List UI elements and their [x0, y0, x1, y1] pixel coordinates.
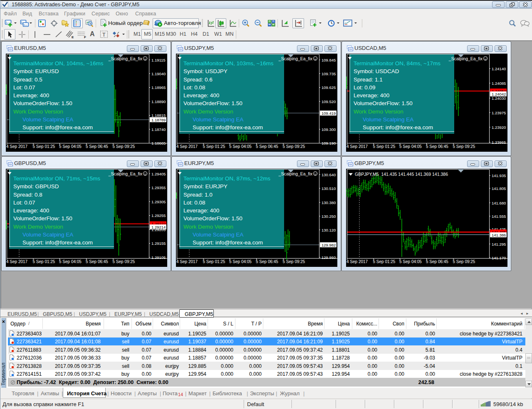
- svg-text:_Scalping_Ea_fix: _Scalping_Ea_fix: [278, 171, 313, 176]
- svg-text:Work Demo Version: Work Demo Version: [183, 224, 233, 230]
- svg-text:1.23865: 1.23865: [492, 140, 506, 145]
- svg-text:109.845: 109.845: [322, 58, 336, 62]
- svg-text:Work Demo Version: Work Demo Version: [13, 108, 63, 115]
- svg-text:5 Sep 01:25: 5 Sep 01:25: [33, 259, 55, 264]
- svg-text:TerminalMonitor ON, 87ms, ~12m: TerminalMonitor ON, 87ms, ~12ms: [183, 175, 270, 182]
- svg-text:Support: info@forex-ea.com: Support: info@forex-ea.com: [22, 239, 93, 246]
- svg-text:1.29355: 1.29355: [151, 185, 166, 190]
- svg-text:5 Sep 06:45: 5 Sep 06:45: [426, 144, 448, 149]
- svg-text:1.19115: 1.19115: [151, 58, 166, 62]
- svg-text:5 Sep 06:45: 5 Sep 06:45: [86, 144, 108, 149]
- svg-text:Spread: 1.0: Spread: 1.0: [183, 192, 213, 198]
- svg-text:5 Sep 04:05: 5 Sep 04:05: [59, 259, 82, 264]
- svg-text:F: F: [84, 35, 86, 39]
- svg-text:Support: info@forex-ea.com: Support: info@forex-ea.com: [193, 239, 263, 246]
- svg-text:1.24140: 1.24140: [492, 67, 506, 71]
- svg-text:4 Sep 2017: 4 Sep 2017: [176, 144, 198, 149]
- svg-text:109.300: 109.300: [322, 127, 336, 132]
- svg-text:Lot: 0.07: Lot: 0.07: [13, 200, 35, 206]
- svg-text:5 Sep 09:25: 5 Sep 09:25: [113, 144, 135, 149]
- svg-text:5 Sep 09:25: 5 Sep 09:25: [283, 259, 305, 264]
- svg-text:5 Sep 04:05: 5 Sep 04:05: [229, 259, 252, 264]
- svg-text:E: E: [72, 35, 74, 39]
- svg-text:109.520: 109.520: [322, 99, 336, 104]
- svg-text:5 Sep 09:25: 5 Sep 09:25: [113, 259, 135, 264]
- svg-text:5 Sep 01:25: 5 Sep 01:25: [373, 144, 396, 149]
- svg-text:1.18665: 1.18665: [151, 141, 166, 145]
- svg-text:1.24085: 1.24085: [492, 81, 506, 86]
- svg-text:129.982: 129.982: [322, 243, 336, 247]
- svg-text:4 Sep 2017: 4 Sep 2017: [6, 259, 28, 264]
- svg-text:Volume Scalping EA: Volume Scalping EA: [22, 116, 73, 123]
- svg-text:1.29105: 1.29105: [151, 255, 166, 260]
- svg-text:141.935: 141.935: [492, 173, 506, 178]
- svg-text:Lot: 0.08: Lot: 0.08: [183, 200, 205, 206]
- svg-text:5 Sep 06:45: 5 Sep 06:45: [256, 144, 278, 149]
- svg-text:Support: info@forex-ea.com: Support: info@forex-ea.com: [193, 124, 263, 131]
- svg-text:T: T: [102, 32, 106, 38]
- svg-text:Support: info@forex-ea.com: Support: info@forex-ea.com: [22, 124, 93, 131]
- svg-text:1.23975: 1.23975: [492, 111, 506, 115]
- svg-text:129.860: 129.860: [322, 255, 336, 260]
- svg-text:Volume Scalping EA: Volume Scalping EA: [193, 232, 243, 238]
- svg-text:5 Sep 06:45: 5 Sep 06:45: [256, 259, 278, 264]
- svg-text:141.386: 141.386: [492, 233, 506, 237]
- svg-text:4 Sep 2017: 4 Sep 2017: [6, 144, 28, 149]
- svg-text:141.680: 141.680: [492, 201, 506, 205]
- svg-text:Leverage: 400: Leverage: 400: [183, 207, 219, 214]
- svg-text:_Scalping_Ea_fix: _Scalping_Ea_fix: [278, 56, 313, 61]
- svg-text:1.18815: 1.18815: [151, 113, 166, 118]
- svg-text:_Scalping_Ea_fix: _Scalping_Ea_fix: [108, 171, 143, 176]
- svg-text:1.29155: 1.29155: [151, 241, 166, 246]
- svg-text:5 Sep 09:25: 5 Sep 09:25: [453, 144, 475, 149]
- svg-text:Volume Scalping EA: Volume Scalping EA: [363, 116, 413, 123]
- svg-text:Symbol: USDCAD: Symbol: USDCAD: [354, 68, 399, 74]
- svg-text:1.18890: 1.18890: [151, 99, 166, 104]
- svg-text:TerminalMonitor ON, 104ms, ~16: TerminalMonitor ON, 104ms, ~16ms: [13, 60, 104, 67]
- svg-text:1.19040: 1.19040: [151, 71, 166, 76]
- svg-text:Work Demo Version: Work Demo Version: [183, 108, 233, 115]
- svg-text:TerminalMonitor ON, 84ms, ~17m: TerminalMonitor ON, 84ms, ~17ms: [354, 60, 440, 67]
- svg-text:1.29214: 1.29214: [151, 225, 166, 229]
- svg-text:4 Sep 2017: 4 Sep 2017: [176, 259, 198, 264]
- svg-text:GBPJPY,M5 141.435 141.445 141: GBPJPY,M5 141.435 141.445 141.369 141.38…: [355, 172, 448, 177]
- svg-text:5 Sep 01:25: 5 Sep 01:25: [33, 144, 55, 149]
- svg-text:Symbol: USDJPY: Symbol: USDJPY: [183, 68, 228, 74]
- svg-text:Symbol: EURUSD: Symbol: EURUSD: [13, 68, 59, 74]
- svg-text:141.805: 141.805: [492, 186, 506, 191]
- svg-text:1.24042: 1.24042: [492, 92, 506, 96]
- svg-text:VolumeOrderFlow: 1.50: VolumeOrderFlow: 1.50: [13, 100, 72, 106]
- svg-text:5 Sep 04:05: 5 Sep 04:05: [399, 144, 422, 149]
- svg-text:Spread: 1.1: Spread: 1.1: [354, 76, 383, 83]
- svg-text:_Scalping_Ea_fix: _Scalping_Ea_fix: [108, 56, 143, 61]
- svg-text:Volume Scalping EA: Volume Scalping EA: [22, 232, 73, 238]
- svg-text:Leverage: 400: Leverage: 400: [13, 207, 49, 214]
- svg-text:Lot: 0.08: Lot: 0.08: [183, 84, 205, 91]
- svg-text:4 Sep 2017: 4 Sep 2017: [346, 259, 368, 264]
- svg-text:141.295: 141.295: [492, 242, 506, 246]
- svg-text:1.24030: 1.24030: [492, 96, 506, 101]
- svg-text:Support: info@forex-ea.com: Support: info@forex-ea.com: [363, 124, 433, 131]
- svg-text:Leverage: 400: Leverage: 400: [183, 92, 219, 99]
- svg-text:130.120: 130.120: [322, 228, 336, 232]
- svg-text:109.735: 109.735: [322, 71, 336, 76]
- svg-text:4 Sep 2017: 4 Sep 2017: [346, 144, 368, 149]
- svg-text:Symbol: GBPUSD: Symbol: GBPUSD: [13, 183, 59, 190]
- svg-text:Lot: 0.09: Lot: 0.09: [354, 84, 376, 91]
- svg-text:Work Demo Version: Work Demo Version: [354, 108, 403, 115]
- svg-text:Work Demo Version: Work Demo Version: [13, 224, 63, 230]
- svg-text:5 Sep 09:25: 5 Sep 09:25: [453, 259, 475, 264]
- svg-text:109.419: 109.419: [322, 111, 336, 116]
- svg-text:5 Sep 06:45: 5 Sep 06:45: [86, 259, 108, 264]
- svg-text:141.170: 141.170: [492, 256, 506, 260]
- svg-text:130.380: 130.380: [322, 200, 336, 205]
- svg-text:5 Sep 04:05: 5 Sep 04:05: [399, 259, 422, 264]
- svg-text:1.29405: 1.29405: [151, 172, 166, 176]
- svg-text:Lot: 0.07: Lot: 0.07: [13, 84, 35, 91]
- svg-text:5 Sep 04:05: 5 Sep 04:05: [229, 144, 252, 149]
- svg-text:5 Sep 01:25: 5 Sep 01:25: [373, 259, 396, 264]
- svg-text:130.510: 130.510: [322, 186, 336, 191]
- svg-text:VolumeOrderFlow: 1.50: VolumeOrderFlow: 1.50: [13, 215, 72, 222]
- svg-text:Leverage: 400: Leverage: 400: [13, 92, 49, 99]
- svg-text:Symbol: EURJPY: Symbol: EURJPY: [183, 183, 228, 190]
